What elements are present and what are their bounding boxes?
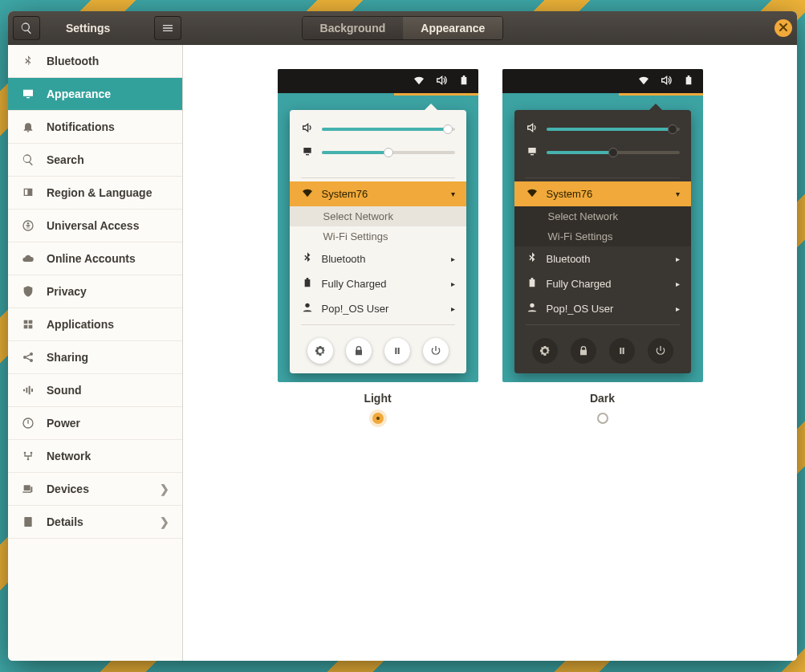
chevron-right-icon: ❯ <box>160 515 169 528</box>
svg-point-12 <box>305 303 309 307</box>
svg-rect-10 <box>303 148 311 153</box>
sidebar-item-online-accounts[interactable]: Online Accounts <box>8 242 182 275</box>
brightness-slider[interactable] <box>322 151 455 154</box>
sidebar-item-notifications[interactable]: Notifications <box>8 111 182 144</box>
sidebar-item-label: Power <box>47 417 80 430</box>
pause-button[interactable] <box>609 338 635 364</box>
tab-background[interactable]: Background <box>303 17 404 39</box>
sidebar-item-label: Details <box>47 515 83 528</box>
preview-select-network[interactable]: Select Network <box>290 206 466 226</box>
radio-light[interactable] <box>372 413 384 424</box>
hamburger-icon <box>161 22 174 35</box>
preview-user-row[interactable]: Pop!_OS User ▸ <box>514 296 691 321</box>
volume-icon <box>301 121 314 136</box>
sidebar-item-label: Privacy <box>47 285 87 298</box>
preview-wifi-settings[interactable]: Wi-Fi Settings <box>290 226 466 246</box>
preview-wifi-row[interactable]: System76 ▾ <box>514 181 691 206</box>
sidebar-item-privacy[interactable]: Privacy <box>8 275 182 308</box>
titlebar: Settings Background Appearance <box>8 11 797 45</box>
bell-icon <box>21 120 35 133</box>
sidebar-item-label: Online Accounts <box>47 252 136 265</box>
sidebar-item-region[interactable]: Region & Language <box>8 177 182 210</box>
svg-point-8 <box>27 458 30 461</box>
sidebar-item-devices[interactable]: Devices ❯ <box>8 473 182 506</box>
sidebar-item-network[interactable]: Network <box>8 440 182 473</box>
chevron-right-icon: ▸ <box>676 304 680 313</box>
power-icon <box>21 417 35 430</box>
settings-window: Settings Background Appearance Bluetoot <box>8 11 797 661</box>
settings-button[interactable] <box>532 338 558 364</box>
volume-slider[interactable] <box>547 128 680 131</box>
globe-icon <box>21 186 35 199</box>
sidebar-item-power[interactable]: Power <box>8 407 182 440</box>
user-icon <box>526 301 539 316</box>
power-button[interactable] <box>423 338 449 364</box>
pause-button[interactable] <box>384 338 410 364</box>
sidebar-item-universal-access[interactable]: Universal Access <box>8 210 182 242</box>
theme-label-light: Light <box>278 392 478 405</box>
sidebar-item-bluetooth[interactable]: Bluetooth <box>8 45 182 78</box>
sidebar-item-sharing[interactable]: Sharing <box>8 341 182 374</box>
svg-rect-14 <box>531 154 534 155</box>
chevron-right-icon: ▸ <box>451 255 455 263</box>
wifi-icon <box>413 74 425 89</box>
bluetooth-icon <box>21 55 35 67</box>
cloud-icon <box>21 252 35 265</box>
brightness-slider[interactable] <box>547 151 680 154</box>
window-title: Settings <box>40 22 149 35</box>
wifi-icon <box>637 74 650 89</box>
svg-point-15 <box>530 303 534 307</box>
theme-option-dark[interactable]: System76 ▾ Select Network Wi-Fi Settings… <box>502 69 703 426</box>
volume-slider[interactable] <box>322 128 455 131</box>
preview-battery-row[interactable]: Fully Charged ▸ <box>290 271 466 296</box>
sidebar-item-label: Applications <box>47 318 114 331</box>
preview-wifi-row[interactable]: System76 ▾ <box>290 181 466 206</box>
sidebar-item-label: Bluetooth <box>47 55 99 67</box>
share-icon <box>21 351 35 364</box>
brightness-icon <box>301 145 314 160</box>
lock-button[interactable] <box>346 338 372 364</box>
sidebar-item-label: Network <box>47 450 91 462</box>
preview-bluetooth-row[interactable]: Bluetooth ▸ <box>290 246 466 271</box>
battery-icon <box>682 74 695 89</box>
preview-bluetooth-row[interactable]: Bluetooth ▸ <box>514 246 691 271</box>
sidebar-item-label: Region & Language <box>47 186 152 199</box>
settings-button[interactable] <box>307 338 333 364</box>
svg-rect-11 <box>306 154 309 155</box>
battery-icon <box>526 276 539 291</box>
volume-icon <box>435 74 448 89</box>
sidebar-item-details[interactable]: Details ❯ <box>8 506 182 539</box>
sidebar-item-applications[interactable]: Applications <box>8 308 182 341</box>
sidebar-item-sound[interactable]: Sound <box>8 374 182 407</box>
search-icon <box>20 22 33 35</box>
volume-icon <box>526 121 539 136</box>
theme-option-light[interactable]: System76 ▾ Select Network Wi-Fi Settings… <box>278 69 478 426</box>
svg-point-7 <box>30 452 33 454</box>
preview-select-network[interactable]: Select Network <box>514 206 691 226</box>
display-icon <box>21 88 35 100</box>
lock-button[interactable] <box>571 338 596 364</box>
radio-dark[interactable] <box>597 413 608 424</box>
wifi-icon <box>526 186 539 202</box>
svg-point-6 <box>24 452 26 454</box>
sidebar-item-label: Search <box>47 153 84 166</box>
menu-button[interactable] <box>154 16 181 40</box>
svg-rect-13 <box>528 148 535 153</box>
sidebar-item-search[interactable]: Search <box>8 144 182 177</box>
chevron-right-icon: ▸ <box>676 255 680 263</box>
volume-icon <box>660 74 673 89</box>
preview-user-row[interactable]: Pop!_OS User ▸ <box>290 296 466 321</box>
search-button[interactable] <box>13 16 40 40</box>
sidebar-item-appearance[interactable]: Appearance <box>8 78 182 111</box>
tab-appearance[interactable]: Appearance <box>403 17 502 39</box>
apps-icon <box>21 318 35 331</box>
close-button[interactable] <box>775 19 792 37</box>
search-icon <box>21 153 35 166</box>
content-area: System76 ▾ Select Network Wi-Fi Settings… <box>183 45 797 661</box>
chevron-right-icon: ❯ <box>160 483 169 495</box>
preview-battery-row[interactable]: Fully Charged ▸ <box>514 271 691 296</box>
preview-wifi-settings[interactable]: Wi-Fi Settings <box>514 226 691 246</box>
chevron-right-icon: ▸ <box>676 279 680 288</box>
svg-rect-9 <box>24 517 31 527</box>
power-button[interactable] <box>648 338 673 364</box>
